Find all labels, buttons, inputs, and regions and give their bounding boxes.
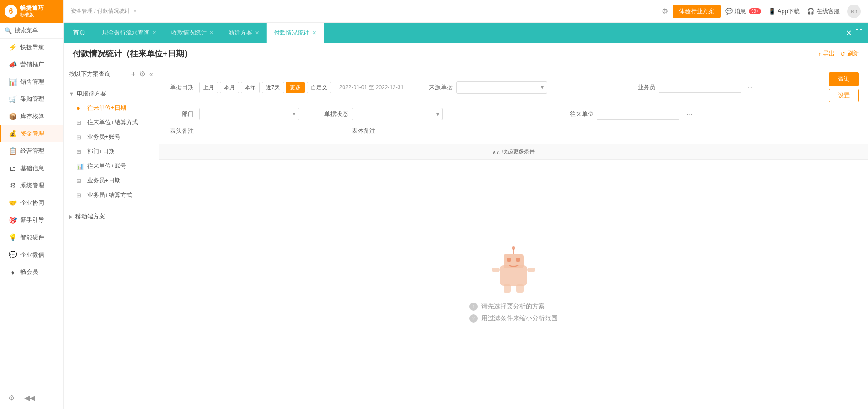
date-btn-this-year[interactable]: 本年 [241, 82, 260, 93]
trial-button[interactable]: 体验行业方案 [673, 5, 721, 18]
source-label: 来源单据 [427, 83, 453, 91]
sidebar-item-quick-nav[interactable]: ⚡ 快捷导航 [0, 39, 63, 56]
sidebar-item-corp[interactable]: 🤝 企业协同 [0, 194, 63, 212]
service-label: 在线客服 [816, 7, 840, 15]
dept-select-wrap: ▾ [199, 108, 299, 120]
tab-close-all-icon[interactable]: ✕ [846, 29, 852, 37]
filter-row-2: 部门 ▾ 单据状态 ▾ 往 [168, 108, 859, 120]
finance-icon: 💰 [9, 130, 17, 138]
date-btn-custom[interactable]: 自定义 [307, 82, 331, 93]
message-button[interactable]: 💬 消息 99+ [725, 7, 761, 15]
settings-bottom-icon[interactable]: ⚙ [5, 391, 18, 404]
scheme-item-salesman-payment[interactable]: ⊞ 业务员+结算方式 [64, 188, 159, 202]
scheme-item-salesman-account[interactable]: ⊞ 业务员+账号 [64, 130, 159, 144]
query-area: 单据日期 上月 本月 本年 近7天 更多 自定义 2022-01-01 至 20… [159, 65, 868, 409]
export-button[interactable]: ↑ 导出 [818, 50, 835, 58]
dept-select[interactable] [199, 108, 299, 120]
page-title: 付款情况统计（往来单位+日期） [73, 48, 192, 59]
header-right: 💬 消息 99+ 📱 App下载 🎧 在线客服 Rit [725, 5, 861, 18]
sidebar-label-wechat: 企业微信 [20, 251, 44, 259]
doc-status-select[interactable] [352, 108, 443, 120]
table-header-note-label: 表头备注 [168, 127, 194, 135]
header-settings-icon[interactable]: ⚙ [662, 7, 668, 15]
tab-fullscreen-icon[interactable]: ⛶ [855, 29, 863, 37]
filter-row-3: 表头备注 表体备注 [168, 126, 859, 136]
scheme-item-counterpart-payment[interactable]: ⊞ 往来单位+结算方式 [64, 115, 159, 130]
tab-receive-close[interactable]: ✕ [210, 30, 214, 36]
collapse-sidebar-icon[interactable]: ◀◀ [23, 391, 36, 404]
tab-payment-close[interactable]: ✕ [312, 30, 316, 36]
service-button[interactable]: 🎧 在线客服 [807, 7, 840, 15]
salesman-input[interactable] [659, 82, 741, 93]
tab-bank[interactable]: 现金银行流水查询 ✕ [95, 23, 164, 43]
page-area: 付款情况统计（往来单位+日期） ↑ 导出 ↺ 刷新 按以下方案查询 + [64, 43, 868, 409]
sidebar-label-system: 系统管理 [20, 182, 44, 190]
scheme-item-salesman-date[interactable]: ⊞ 业务员+日期 [64, 173, 159, 188]
filter-row-1: 单据日期 上月 本月 本年 近7天 更多 自定义 2022-01-01 至 20… [168, 72, 859, 102]
scheme-group-mobile-arrow: ▶ [69, 214, 73, 220]
vip-icon: ♦ [9, 268, 17, 276]
sidebar-item-guide[interactable]: 🎯 新手引导 [0, 212, 63, 229]
scheme-group-mobile-header[interactable]: ▶ 移动端方案 [64, 210, 159, 223]
tab-home-label: 首页 [73, 29, 85, 37]
corp-icon: 🤝 [9, 199, 17, 207]
tab-bank-close[interactable]: ✕ [152, 30, 156, 36]
query-button[interactable]: 查询 [829, 72, 859, 86]
scheme-collapse-icon[interactable]: « [149, 70, 153, 78]
date-btn-this-month[interactable]: 本月 [220, 82, 239, 93]
breadcrumb-chevron[interactable]: ▾ [134, 8, 136, 15]
sidebar-item-sales[interactable]: 📊 销售管理 [0, 73, 63, 91]
source-select[interactable] [456, 81, 547, 94]
scheme-item-dept-date[interactable]: ⊞ 部门+日期 [64, 144, 159, 159]
counterpart-input[interactable] [597, 109, 679, 120]
sidebar-logo: 6 畅捷通巧 标准版 [0, 0, 63, 23]
scheme-item-label-1: 往来单位+结算方式 [87, 118, 138, 126]
source-select-wrap: ▾ [456, 81, 547, 94]
sidebar-item-hardware[interactable]: 💡 智能硬件 [0, 229, 63, 246]
sidebar-item-wechat[interactable]: 💬 企业微信 [0, 246, 63, 263]
scheme-item-icon-6: ⊞ [76, 192, 84, 199]
sidebar-label-inventory: 库存核算 [20, 112, 44, 121]
scheme-group-desktop-header[interactable]: ▼ 电脑端方案 [64, 87, 159, 101]
scheme-item-counterpart-account[interactable]: 📊 往来单位+账号 [64, 159, 159, 173]
svg-point-9 [512, 246, 515, 250]
sidebar-item-basic[interactable]: 🗂 基础信息 [0, 160, 63, 177]
sidebar-item-marketing[interactable]: 📣 营销推广 [0, 56, 63, 73]
sidebar-item-purchase[interactable]: 🛒 采购管理 [0, 91, 63, 108]
collapse-bar: ∧∧ 收起更多条件 [159, 144, 868, 160]
sidebar-item-finance[interactable]: 💰 资金管理 [0, 125, 63, 142]
tab-new-plan[interactable]: 新建方案 ✕ [221, 23, 267, 43]
settings-button[interactable]: 设置 [829, 89, 859, 102]
user-avatar: Rit [847, 5, 861, 18]
app-download-button[interactable]: 📱 App下载 [768, 7, 800, 15]
salesman-dots-icon[interactable]: ··· [748, 83, 754, 91]
sidebar-item-inventory[interactable]: 📦 库存核算 [0, 108, 63, 125]
export-label: 导出 [823, 50, 835, 58]
scheme-item-counterpart-date[interactable]: ● 往来单位+日期 [64, 101, 159, 115]
tab-receive[interactable]: 收款情况统计 ✕ [164, 23, 221, 43]
scheme-panel-header: 按以下方案查询 + ⚙ « [64, 65, 159, 83]
search-menu[interactable]: 🔍 搜索菜单 [0, 23, 63, 39]
table-body-note-input[interactable] [379, 126, 506, 136]
system-icon: ⚙ [9, 182, 17, 190]
scheme-item-chart-icon: 📊 [76, 163, 84, 170]
sidebar-item-system[interactable]: ⚙ 系统管理 [0, 177, 63, 194]
message-label: 消息 [734, 7, 746, 15]
collapse-button[interactable]: ∧∧ 收起更多条件 [492, 148, 535, 156]
date-btn-last-month[interactable]: 上月 [199, 82, 218, 93]
table-header-note-input[interactable] [199, 126, 326, 136]
date-btn-more[interactable]: 更多 [286, 82, 305, 93]
tab-new-plan-close[interactable]: ✕ [255, 30, 259, 36]
tab-home[interactable]: 首页 [64, 23, 95, 43]
date-btn-7days[interactable]: 近7天 [262, 82, 284, 93]
main-layout: 按以下方案查询 + ⚙ « ▼ 电脑端方案 ● 往来单位+日期 [64, 65, 868, 409]
sidebar-item-operation[interactable]: 📋 经营管理 [0, 142, 63, 160]
scheme-setting-icon[interactable]: ⚙ [139, 70, 145, 78]
refresh-button[interactable]: ↺ 刷新 [840, 50, 859, 58]
counterpart-dots-icon[interactable]: ··· [686, 110, 692, 118]
empty-tip-1: 1 请先选择要分析的方案 [469, 303, 558, 311]
sidebar-item-vip[interactable]: ♦ 畅会员 [0, 263, 63, 281]
scheme-add-icon[interactable]: + [131, 70, 135, 78]
tab-payment[interactable]: 付款情况统计 ✕ [267, 23, 324, 43]
user-avatar-area[interactable]: Rit [847, 5, 861, 18]
